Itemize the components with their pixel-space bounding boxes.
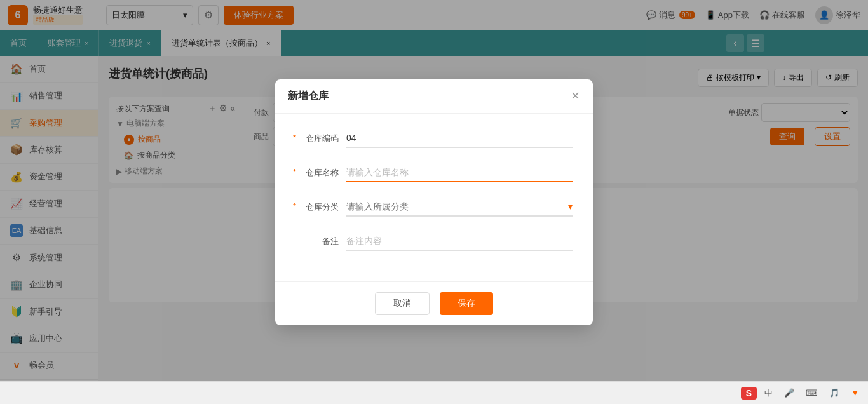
- category-label: 仓库分类: [295, 201, 346, 213]
- cancel-button[interactable]: 取消: [375, 292, 430, 315]
- code-label: 仓库编码: [295, 133, 346, 144]
- name-label: 仓库名称: [295, 167, 346, 178]
- category-input[interactable]: [346, 201, 568, 212]
- save-button[interactable]: 保存: [440, 292, 493, 315]
- taskbar: S 中 🎤 ⌨ 🎵 ▼: [0, 381, 868, 404]
- dialog-footer: 取消 保存: [275, 281, 593, 325]
- remark-label: 备注: [295, 236, 346, 247]
- dialog-close-button[interactable]: ✕: [571, 90, 580, 102]
- add-warehouse-dialog: 新增仓库 ✕ 仓库编码 仓库名称 仓库分类 ▾: [275, 79, 593, 325]
- dialog-title: 新增仓库: [288, 90, 329, 103]
- expand-icon[interactable]: ▼: [847, 387, 863, 399]
- form-row-name: 仓库名称: [295, 163, 573, 182]
- dialog-overlay: 新增仓库 ✕ 仓库编码 仓库名称 仓库分类 ▾: [0, 0, 868, 404]
- category-dropdown-icon[interactable]: ▾: [568, 201, 573, 212]
- name-input[interactable]: [346, 163, 573, 182]
- form-row-code: 仓库编码: [295, 129, 573, 148]
- mic-icon[interactable]: 🎤: [780, 387, 798, 399]
- s-button[interactable]: S: [741, 387, 757, 400]
- music-icon[interactable]: 🎵: [825, 387, 843, 399]
- form-row-remark: 备注: [295, 232, 573, 251]
- dialog-header: 新增仓库 ✕: [275, 79, 593, 114]
- form-row-category: 仓库分类 ▾: [295, 198, 573, 217]
- lang-button[interactable]: 中: [761, 386, 776, 400]
- category-select-wrapper: ▾: [346, 198, 573, 217]
- dialog-body: 仓库编码 仓库名称 仓库分类 ▾ 备注: [275, 114, 593, 281]
- keyboard-icon[interactable]: ⌨: [802, 387, 822, 399]
- code-input[interactable]: [346, 129, 573, 148]
- remark-input[interactable]: [346, 232, 573, 251]
